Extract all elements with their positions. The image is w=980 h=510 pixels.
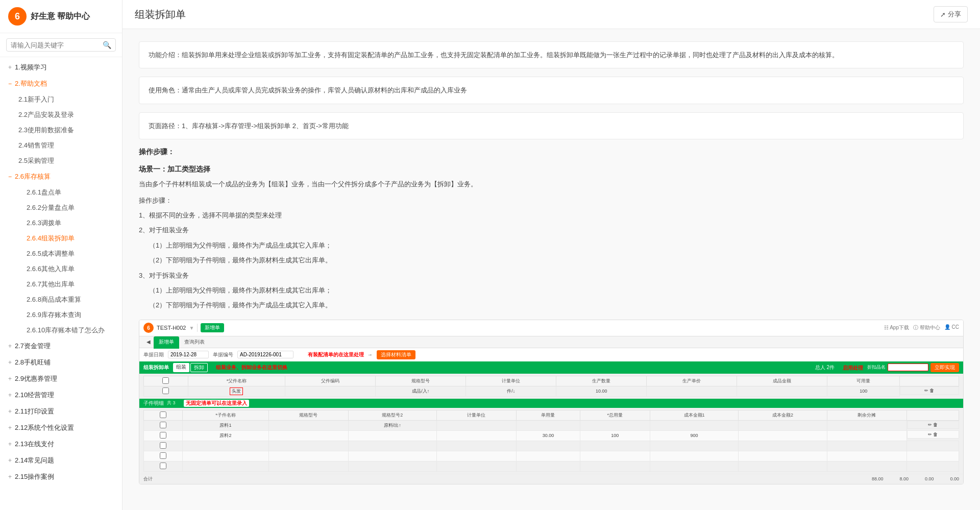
- page-title: 组装拆卸单: [135, 8, 186, 21]
- mock-type-disassembly[interactable]: 拆卸: [190, 363, 208, 372]
- sidebar-item-docs-213[interactable]: + 2.13在线支付: [0, 436, 122, 452]
- sub-row-check-2[interactable]: [160, 432, 166, 439]
- sidebar-item-docs-265[interactable]: 2.6.5成本调整单: [0, 246, 122, 261]
- mock-discount-input[interactable]: [888, 363, 928, 371]
- sidebar-item-docs-268[interactable]: 2.6.8商品成本重算: [0, 292, 122, 307]
- step-2: 2、对于组装业务: [139, 224, 964, 236]
- mock-type-assembly[interactable]: 组装: [173, 363, 189, 372]
- sidebar-item-docs-24[interactable]: 2.4销售管理: [0, 138, 122, 153]
- help-icon: ⓘ 帮助中心: [913, 324, 940, 331]
- form-date-input[interactable]: [168, 351, 209, 358]
- delete-icon[interactable]: 🗑: [929, 388, 934, 393]
- logo-title: 好生意 帮助中心: [31, 11, 90, 22]
- sidebar-item-label: 2.15操作案例: [15, 472, 54, 481]
- mock-save-btn[interactable]: 立即实现: [930, 363, 959, 372]
- sub-td-name-1: 原料1: [183, 420, 268, 430]
- step-1: 1、根据不同的业务，选择不同单据的类型来处理: [139, 209, 964, 221]
- expand-icon: +: [8, 457, 12, 464]
- mock-topbar: 6 TEST-H002 ▼ 新增单 ☷ App下载 ⓘ 帮助中心 👤 CC: [139, 320, 963, 336]
- sub-td-spec2-2: [348, 430, 436, 441]
- sub-td-usage-2: 30.00: [516, 430, 580, 441]
- sub-row-check-1[interactable]: [160, 422, 166, 428]
- sub-td-cost1-1: [650, 420, 738, 430]
- sidebar-item-docs-25[interactable]: 2.5采购管理: [0, 153, 122, 168]
- sub-td-name-2: 原料2: [183, 430, 268, 441]
- share-button[interactable]: ➚ 分享: [934, 6, 968, 22]
- sub-th-total-usage: *总用量: [580, 410, 650, 420]
- sidebar-item-docs[interactable]: − 2.帮助文档: [0, 76, 122, 92]
- sidebar-item-docs-23[interactable]: 2.3使用前数据准备: [0, 123, 122, 138]
- mock-tab-new[interactable]: 新增单: [154, 336, 179, 349]
- sidebar-item-label: 2.帮助文档: [15, 79, 47, 88]
- sub-td-remain-2: [827, 430, 906, 441]
- sidebar-item-docs-214[interactable]: + 2.14常见问题: [0, 452, 122, 469]
- th-price: 生产单价: [647, 376, 737, 386]
- expand-icon: +: [8, 441, 12, 448]
- form-code-input[interactable]: [237, 351, 293, 358]
- th-qty: 生产数量: [556, 376, 647, 386]
- sidebar-item-label: 2.5采购管理: [18, 156, 54, 165]
- sidebar-item-docs-261[interactable]: 2.6.1盘点单: [0, 185, 122, 200]
- mock-tab-list[interactable]: 查询列表: [179, 336, 210, 349]
- sidebar-item-label: 2.3使用前数据准备: [18, 126, 74, 135]
- sub-select-all[interactable]: [160, 411, 166, 418]
- sidebar-item-label: 2.6.10库存账本错了怎么办: [27, 326, 105, 335]
- sidebar-item-docs-269[interactable]: 2.6.9库存账本查询: [0, 307, 122, 323]
- sidebar-item-docs-28[interactable]: + 2.8手机旺铺: [0, 354, 122, 371]
- th-avail: 可用量: [827, 376, 900, 386]
- edit-icon[interactable]: ✏: [924, 388, 928, 393]
- sidebar-item-docs-264[interactable]: 2.6.4组装拆卸单: [0, 231, 122, 246]
- mock-parent-table-wrapper: *父件名称 父件编码 规格型号 计量单位 生产数量 生产单价 成品金额 可用量: [139, 374, 963, 399]
- sidebar-item-docs-215[interactable]: + 2.15操作案例: [0, 469, 122, 485]
- sidebar-item-docs-212[interactable]: + 2.12系统个性化设置: [0, 420, 122, 436]
- description-text: 功能介绍：组装拆卸单用来处理企业组装或拆卸等加工业务，支持有固定装配清单的产品加…: [149, 51, 839, 59]
- sidebar-item-label: 2.1新手入门: [18, 95, 54, 104]
- ops-title: 操作步骤：: [139, 148, 964, 157]
- mock-config-btn[interactable]: 选择材料清单: [377, 350, 415, 359]
- sub-td-spec1-2: [268, 430, 348, 441]
- sub-table-row: 原料2 30.00 100 900 ✏: [144, 430, 959, 441]
- th-spec: 规格型号: [376, 376, 466, 386]
- sidebar-item-label: 2.7资金管理: [15, 342, 51, 351]
- td-amount-val: [737, 386, 827, 396]
- sidebar-item-docs-2610[interactable]: 2.6.10库存账本错了怎么办: [0, 323, 122, 338]
- sidebar-item-label: 2.2产品安装及登录: [18, 110, 74, 119]
- sidebar-item-label: 2.11打印设置: [15, 407, 54, 416]
- th-amount: 成品金额: [737, 376, 827, 386]
- td-qty-val: 10.00: [556, 386, 647, 396]
- mock-new-btn[interactable]: 新增单: [201, 323, 224, 332]
- select-all-checkbox[interactable]: [162, 377, 169, 384]
- sidebar-item-label: 2.4销售管理: [18, 141, 54, 150]
- sub-th-unit: 计量单位: [436, 410, 516, 420]
- sub-delete-icon-2[interactable]: 🗑: [933, 432, 938, 437]
- sidebar-item-docs-267[interactable]: 2.6.7其他出库单: [0, 277, 122, 292]
- collapse-icon: −: [8, 80, 12, 87]
- sidebar-item-docs-266[interactable]: 2.6.6其他入库单: [0, 261, 122, 277]
- sidebar-item-label: 2.6.6其他入库单: [27, 264, 75, 274]
- sub-edit-icon-2[interactable]: ✏: [928, 432, 932, 437]
- sidebar-item-docs-211[interactable]: + 2.11打印设置: [0, 403, 122, 420]
- sidebar-item-docs-262[interactable]: 2.6.2分量盘点单: [0, 200, 122, 215]
- sidebar-item-docs-26[interactable]: − 2.6库存核算: [0, 168, 122, 185]
- footer-val2: 8.00: [899, 476, 909, 481]
- sidebar-item-docs-263[interactable]: 2.6.3调拨单: [0, 215, 122, 231]
- sidebar-item-docs-210[interactable]: + 2.10经营管理: [0, 387, 122, 403]
- sidebar-item-docs-29[interactable]: + 2.9优惠券管理: [0, 371, 122, 387]
- screenshot-wrapper: 6 TEST-H002 ▼ 新增单 ☷ App下载 ⓘ 帮助中心 👤 CC ◀: [139, 320, 964, 484]
- search-icon[interactable]: 🔍: [103, 41, 111, 49]
- row-checkbox[interactable]: [162, 387, 169, 394]
- sidebar-item-video[interactable]: + 1.视频学习: [0, 59, 122, 76]
- search-input[interactable]: [11, 41, 103, 49]
- sub-td-unit-2: [436, 430, 516, 441]
- sidebar-item-docs-22[interactable]: 2.2产品安装及登录: [0, 107, 122, 123]
- sidebar-item-docs-21[interactable]: 2.1新手入门: [0, 92, 122, 107]
- mock-form-row: 单据日期 单据编号 有装配清单的在这里处理 → 选择材料清单: [139, 348, 963, 361]
- form-code-label: 单据编号: [213, 351, 233, 358]
- sub-td-usage-1: [516, 420, 580, 430]
- annotation-type: 组装业务、拆卸业务在这里切换: [216, 364, 287, 371]
- collapse-icon: −: [8, 173, 12, 180]
- sub-delete-icon-1[interactable]: 🗑: [933, 422, 938, 427]
- sidebar-item-docs-27[interactable]: + 2.7资金管理: [0, 338, 122, 354]
- sidebar-item-label: 2.12系统个性化设置: [15, 423, 74, 432]
- sub-edit-icon-1[interactable]: ✏: [928, 422, 932, 427]
